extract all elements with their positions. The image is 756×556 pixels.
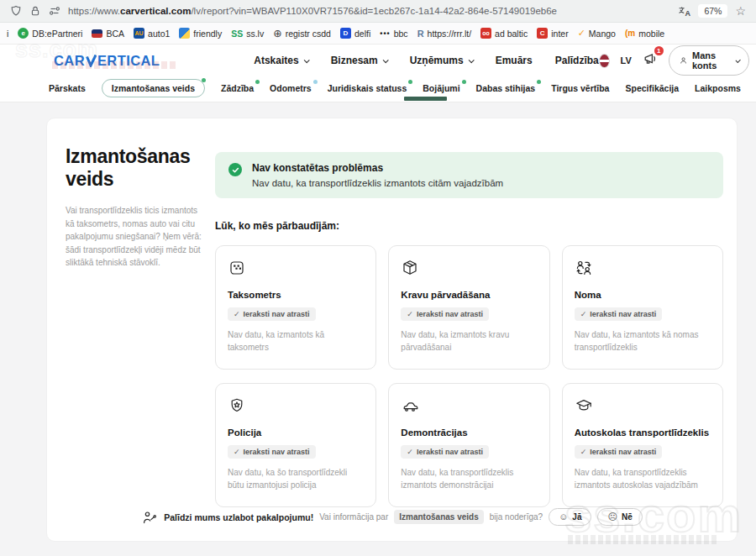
feedback-row: Palīdzi mums uzlabot pakalpojumu! Vai in… [47, 508, 737, 526]
nav-palidziba[interactable]: Palīdzība [555, 55, 599, 66]
smile-icon: ☺ [559, 512, 568, 522]
card-demontracijas: Demontrācijas ✓Ieraksti nav atrasti Nav … [388, 383, 549, 507]
nav-biznesam[interactable]: Biznesam [331, 55, 387, 66]
package-icon [401, 259, 419, 277]
announcements-button[interactable]: 1 [643, 51, 658, 70]
page-title: Izmantošanas veids [66, 145, 207, 191]
tab-tirgus-vertiba[interactable]: Tirgus vērtība [551, 83, 609, 93]
chevron-down-icon [735, 57, 740, 62]
nav-emuars[interactable]: Emuārs [496, 55, 533, 66]
status-dot-green [408, 80, 412, 84]
tab-zadziba[interactable]: Zādzība [221, 83, 254, 93]
bca-favicon [92, 29, 102, 38]
card-noma: Noma ✓Ieraksti nav atrasti Nav datu, ka … [562, 245, 723, 370]
status-badge: ✓Ieraksti nav atrasti [401, 307, 489, 321]
section-intro: Izmantošanas veids Vai transportlīdzekli… [66, 145, 207, 270]
bookmark-item[interactable]: ✓Mango [578, 28, 616, 39]
checks-heading: Lūk, ko mēs pārbaudījām: [215, 220, 723, 232]
chevron-down-icon [303, 57, 309, 63]
tab-specifikacija[interactable]: Specifikācija [625, 83, 679, 93]
nav-uznemums[interactable]: Uzņēmums [410, 55, 473, 66]
tab-parskats[interactable]: Pārskats [49, 83, 86, 93]
check-icon: ✓ [234, 310, 240, 318]
site-permissions-icon[interactable] [49, 5, 60, 17]
card-kravu-parvadasana: Kravu pārvadāšana ✓Ieraksti nav atrasti … [388, 245, 549, 370]
header-right: LV 1 Mans konts [599, 45, 750, 76]
translate-icon[interactable]: A [677, 5, 690, 18]
card-text: Nav datu, ka izmantots kā taksometrs [228, 328, 364, 354]
tab-izmantosanas-veids[interactable]: Izmantošanas veids [102, 79, 205, 97]
site-header: CARERTICAL Atskaites Biznesam Uzņēmums E… [0, 45, 756, 76]
language-selector[interactable]: LV [621, 55, 632, 66]
carvertical-logo[interactable]: CARERTICAL [54, 53, 160, 69]
check-icon: ✓ [580, 448, 587, 456]
person-icon [680, 55, 687, 66]
latvia-flag-icon[interactable] [599, 54, 610, 68]
my-account-button[interactable]: Mans konts [669, 45, 749, 76]
feedback-topic-chip: Izmantošanas veids [394, 510, 483, 524]
bookmark-item[interactable]: friendly [179, 28, 222, 39]
page-zoom-badge[interactable]: 67% [698, 4, 727, 18]
logo-check-v-icon [86, 55, 97, 67]
feedback-yes-button[interactable]: ☺Jā [549, 508, 591, 526]
status-dot-green [537, 80, 541, 84]
bbc-favicon: ••• [380, 28, 390, 39]
card-text: Nav datu, ka šo transportlīdzekli būtu i… [228, 466, 364, 491]
inter-favicon: C [537, 28, 548, 39]
report-page: Izmantošanas veids Vai transportlīdzekli… [0, 102, 756, 556]
tab-laikposms[interactable]: Laikposms [695, 83, 741, 93]
mango-favicon: ✓ [578, 28, 585, 39]
bookmark-item[interactable]: •••bbc [380, 28, 407, 39]
checks-grid: Taksometrs ✓Ieraksti nav atrasti Nav dat… [215, 245, 723, 507]
bookmark-item[interactable]: Cinter [537, 28, 568, 39]
bookmark-item[interactable]: AUauto1 [134, 28, 170, 39]
section-body: Nav konstatētas problēmas Nav datu, ka t… [215, 152, 723, 507]
nav-atskaites[interactable]: Atskaites [254, 55, 307, 66]
tab-dabas-stihijas[interactable]: Dabas stihijas [476, 83, 536, 93]
bookmark-item[interactable]: BCA [92, 29, 124, 39]
bookmarks-bar: i eDB:ePartneri BCA AUauto1 friendly SSs… [0, 23, 756, 45]
address-bar-url[interactable]: https://www.carvertical.com/lv/report?vi… [68, 6, 669, 16]
friendly-favicon [179, 28, 190, 39]
bookmark-item[interactable]: Ddelfi [340, 28, 370, 39]
card-text: Nav datu, ka transportlīdzeklis izmantot… [575, 466, 711, 491]
tab-juridiskais-statuss[interactable]: Juridiskais statuss [328, 83, 407, 93]
db-epartneri-favicon: e [18, 28, 29, 39]
mobile-favicon: (m [625, 28, 635, 39]
frown-icon: ☹ [607, 512, 617, 522]
alert-title: Nav konstatētas problēmas [252, 162, 503, 174]
car-icon [401, 396, 419, 415]
tab-bojajumi[interactable]: Bojājumi [423, 83, 459, 93]
csdd-globe-favicon: ⊕ [273, 28, 281, 39]
status-dot-green [462, 80, 466, 84]
notification-count-badge: 1 [654, 46, 664, 55]
bookmark-item[interactable]: SSss.lv [231, 28, 264, 39]
bookmark-item[interactable]: (mmobile [625, 28, 664, 39]
bookmark-star-icon[interactable]: ☆ [735, 5, 746, 17]
bookmark-item[interactable]: eDB:ePartneri [18, 28, 82, 39]
alert-text: Nav datu, ka transportlīdzeklis izmantot… [252, 178, 503, 188]
bookmark-item[interactable]: ooad baltic [480, 28, 528, 39]
lock-icon[interactable] [29, 5, 41, 17]
feedback-no-button[interactable]: ☹Nē [597, 508, 642, 526]
bookmark-item[interactable]: i [7, 29, 8, 39]
status-dot-green [202, 78, 206, 82]
bookmark-item[interactable]: ⊕registr csdd [273, 28, 331, 39]
check-icon: ✓ [407, 310, 413, 318]
card-title: Demontrācijas [401, 427, 537, 438]
card-title: Noma [575, 290, 711, 300]
tab-odometrs[interactable]: Odometrs [270, 83, 312, 93]
card-autoskolas: Autoskolas transportlīdzeklis ✓Ieraksti … [562, 383, 723, 507]
feedback-prompt: Palīdzi mums uzlabot pakalpojumu! [164, 512, 313, 522]
no-issues-alert: Nav konstatētas problēmas Nav datu, ka t… [215, 152, 723, 198]
bookmark-item[interactable]: Rhttps://rrr.lt/ [417, 28, 471, 39]
waving-person-icon [141, 509, 158, 526]
success-check-icon [228, 163, 242, 176]
rental-users-swap-icon [575, 259, 593, 277]
status-badge: ✓Ieraksti nav atrasti [228, 307, 316, 321]
report-tab-bar: Pārskats Izmantošanas veids Zādzība Odom… [0, 76, 756, 102]
tracking-shield-icon[interactable] [10, 5, 22, 17]
status-dot-green [255, 80, 260, 84]
status-badge: ✓Ieraksti nav atrasti [575, 445, 663, 459]
feedback-question-post: bija noderīga? [490, 512, 543, 522]
